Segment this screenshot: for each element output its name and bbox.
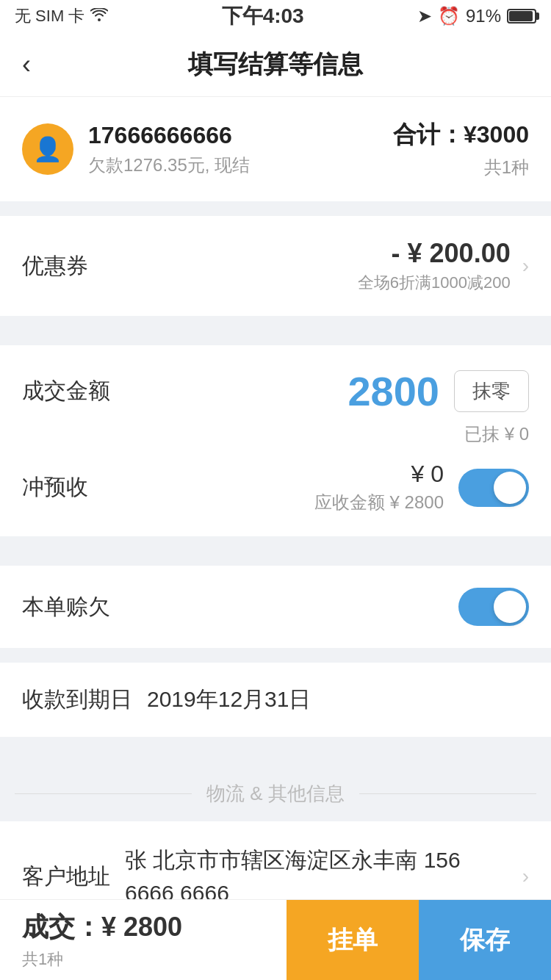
deal-amount-area: 2800 抹零 [347, 367, 529, 415]
avatar: 👤 [22, 123, 73, 175]
bottom-deal-label: 成交： [22, 912, 101, 942]
save-button[interactable]: 保存 [419, 900, 551, 981]
sim-label: 无 SIM 卡 [15, 5, 84, 27]
status-time: 下午4:03 [222, 2, 304, 30]
alarm-icon: ⏰ [438, 6, 460, 26]
logistics-line-right [359, 793, 536, 794]
user-right: 合计：¥3000 共1种 [393, 119, 529, 179]
user-left: 👤 17666666666 欠款1276.35元, 现结 [22, 122, 250, 177]
logistics-divider: 物流 & 其他信息 [0, 766, 551, 821]
user-phone: 17666666666 [88, 122, 250, 149]
coupon-section: 优惠券 - ¥ 200.00 全场6折满1000减200 › [0, 216, 551, 316]
wifi-icon [90, 7, 108, 26]
prepay-sub: 应收金额 ¥ 2800 [314, 491, 444, 514]
prepay-amount: ¥ 0 [314, 461, 444, 488]
user-total: 合计：¥3000 [393, 119, 529, 151]
bottom-summary: 成交：¥ 2800 共1种 [0, 909, 287, 970]
prepay-toggle[interactable] [458, 469, 529, 507]
address-label: 客户地址 [22, 862, 110, 892]
coupon-chevron-icon: › [522, 254, 529, 278]
divider-2 [0, 551, 551, 566]
coupon-label: 优惠券 [22, 251, 88, 281]
deal-section: 成交金额 2800 抹零 已抹 ¥ 0 冲预收 ¥ 0 应收金额 ¥ 2800 [0, 345, 551, 536]
coupon-desc: 全场6折满1000减200 [358, 272, 511, 294]
divider-3 [0, 752, 551, 766]
nav-bar: ‹ 填写结算等信息 [0, 32, 551, 97]
user-debt: 欠款1276.35元, 现结 [88, 154, 250, 177]
debt-toggle[interactable] [458, 588, 529, 626]
deal-amount-row: 成交金额 2800 抹零 [22, 367, 529, 415]
debt-section: 本单赊欠 [0, 566, 551, 648]
bottom-deal-row: 成交：¥ 2800 [22, 909, 264, 945]
toggle-knob [494, 472, 526, 504]
avatar-icon: 👤 [33, 135, 62, 163]
status-right: ➤ ⏰ 91% [417, 6, 536, 26]
coupon-info: - ¥ 200.00 全场6折满1000减200 [358, 238, 511, 294]
duedate-section: 收款到期日 2019年12月31日 [0, 663, 551, 737]
page-title: 填写结算等信息 [188, 48, 363, 82]
hold-button[interactable]: 挂单 [287, 900, 419, 981]
user-info: 17666666666 欠款1276.35元, 现结 [88, 122, 250, 177]
location-icon: ➤ [417, 6, 432, 26]
prepay-amount-area: ¥ 0 应收金额 ¥ 2800 [314, 461, 444, 514]
status-bar: 无 SIM 卡 下午4:03 ➤ ⏰ 91% [0, 0, 551, 32]
status-left: 无 SIM 卡 [15, 5, 108, 27]
duedate-value: 2019年12月31日 [147, 685, 311, 715]
prepay-row: 冲预收 ¥ 0 应收金额 ¥ 2800 [22, 461, 529, 514]
bottom-bar: 成交：¥ 2800 共1种 挂单 保存 [0, 899, 551, 980]
battery-percent: 91% [466, 6, 501, 26]
coupon-row[interactable]: 优惠券 - ¥ 200.00 全场6折满1000减200 › [0, 216, 551, 316]
back-button[interactable]: ‹ [15, 42, 38, 87]
content: 👤 17666666666 欠款1276.35元, 现结 合计：¥3000 共1… [0, 97, 551, 980]
deal-amount-label: 成交金额 [22, 376, 110, 406]
debt-toggle-knob [494, 591, 526, 623]
logistics-line-left [15, 793, 192, 794]
coupon-value: - ¥ 200.00 [358, 238, 511, 269]
logistics-text: 物流 & 其他信息 [206, 781, 345, 807]
bottom-deal-amount: ¥ 2800 [101, 912, 182, 942]
prepay-label: 冲预收 [22, 472, 88, 502]
coupon-right: - ¥ 200.00 全场6折满1000减200 › [358, 238, 529, 294]
user-count: 共1种 [393, 156, 529, 179]
prepay-right: ¥ 0 应收金额 ¥ 2800 [314, 461, 529, 514]
round-zero-button[interactable]: 抹零 [454, 370, 529, 412]
divider-1 [0, 331, 551, 345]
bottom-count: 共1种 [22, 948, 264, 970]
deal-amount-value: 2800 [347, 367, 439, 415]
duedate-label: 收款到期日 [22, 685, 132, 715]
battery-icon [507, 9, 536, 24]
address-chevron-icon: › [522, 865, 529, 888]
debt-label: 本单赊欠 [22, 592, 110, 622]
user-card: 👤 17666666666 欠款1276.35元, 现结 合计：¥3000 共1… [0, 97, 551, 201]
duedate-row: 收款到期日 2019年12月31日 [22, 685, 529, 715]
deal-sub: 已抹 ¥ 0 [22, 422, 529, 446]
